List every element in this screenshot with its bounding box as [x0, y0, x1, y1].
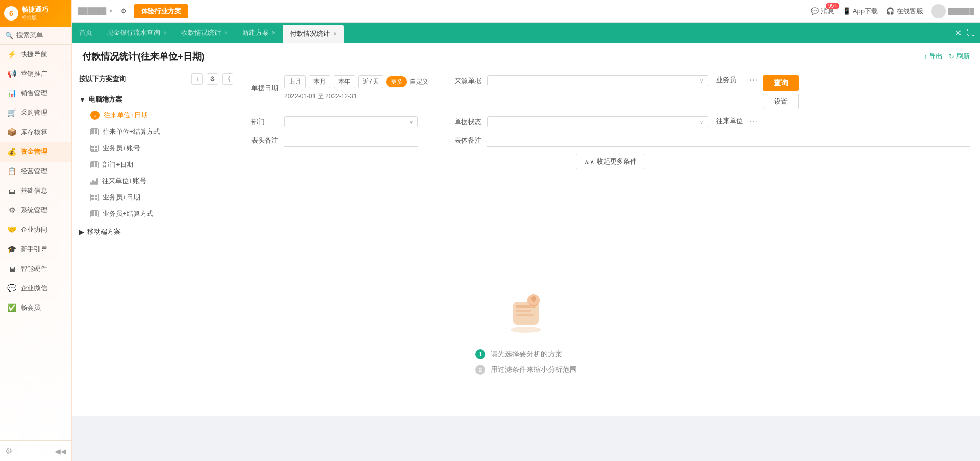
sidebar-item-hardware[interactable]: 🖥 智能硬件: [0, 259, 71, 278]
company-selector[interactable]: ██████ ▼: [78, 7, 113, 15]
online-service-label: 在线客服: [896, 7, 923, 16]
messages-badge: 99+: [826, 3, 839, 9]
scheme-query-label: 按以下方案查询: [79, 74, 187, 84]
sidebar-item-system[interactable]: ⚙ 系统管理: [0, 201, 71, 220]
filter-partner-item: 往来单位 ···: [716, 116, 970, 126]
scheme-item-partner-date[interactable]: ○ 往来单位+日期: [79, 107, 233, 124]
scheme-collapse-btn[interactable]: 《: [222, 73, 233, 85]
tab-new-scheme[interactable]: 新建方案 ×: [235, 23, 283, 43]
topbar-settings-btn[interactable]: ⚙: [116, 4, 131, 18]
tab-close-all-btn[interactable]: ✕: [955, 28, 962, 38]
query-btn[interactable]: 查询: [763, 75, 799, 91]
sidebar-item-label: 企业微信: [21, 284, 47, 293]
tab-income-close[interactable]: ×: [224, 29, 228, 36]
add-scheme-btn[interactable]: ＋: [191, 73, 203, 85]
tab-home-label: 首页: [79, 28, 92, 37]
date-7days-btn[interactable]: 近7天: [358, 75, 383, 88]
sidebar-item-enterprise[interactable]: 🤝 企业协同: [0, 220, 71, 239]
sidebar-item-operation[interactable]: 📋 经营管理: [0, 162, 71, 181]
trial-btn[interactable]: 体验行业方案: [134, 4, 188, 18]
scheme-item-label: 业务员+结算方式: [103, 209, 153, 218]
scheme-item-staff-payment[interactable]: 业务员+结算方式: [79, 206, 233, 222]
messages-btn[interactable]: 💬 消息 99+: [811, 7, 834, 16]
scheme-item-partner-payment[interactable]: 往来单位+结算方式: [79, 124, 233, 140]
sidebar-item-guide[interactable]: 🎓 新手引导: [0, 239, 71, 259]
page-content: 付款情况统计(往来单位+日期) ↑ 导出 ↻ 刷新 按: [72, 43, 980, 461]
svg-point-6: [531, 296, 536, 302]
tab-new-scheme-close[interactable]: ×: [272, 29, 276, 36]
sidebar-item-inventory[interactable]: 📦 库存核算: [0, 123, 71, 142]
app-download-btn[interactable]: 📱 App下载: [842, 7, 878, 16]
tab-expand-btn[interactable]: ⛶: [967, 28, 975, 37]
sidebar-item-sales[interactable]: 📊 销售管理: [0, 84, 71, 103]
svg-point-0: [511, 327, 541, 333]
filter-right: 单据日期 上月 本月 本年 近7天 更多 自定义 20: [241, 68, 980, 245]
collapse-label: 收起更多条件: [597, 157, 637, 166]
tab-home[interactable]: 首页: [72, 23, 100, 43]
search-menu-btn[interactable]: 🔍 搜索菜单: [0, 27, 71, 45]
filter-sidebar-header: 按以下方案查询 ＋ ⚙ 《: [72, 68, 241, 90]
date-more-btn[interactable]: 更多: [386, 76, 407, 87]
sidebar-item-wechat[interactable]: 💬 企业微信: [0, 278, 71, 298]
scheme-item-label: 往来单位+结算方式: [103, 127, 160, 136]
scheme-item-staff-account[interactable]: 业务员+账号: [79, 140, 233, 156]
export-btn[interactable]: ↑ 导出: [924, 52, 943, 61]
tab-income[interactable]: 收款情况统计 ×: [174, 23, 235, 43]
tab-bar-actions: ✕ ⛶: [950, 23, 980, 43]
sidebar-item-purchase[interactable]: 🛒 采购管理: [0, 103, 71, 123]
sidebar-item-label: 营销推广: [21, 69, 47, 78]
body-notes-input[interactable]: [487, 134, 970, 147]
top-bar-left: ██████ ▼ ⚙ 体验行业方案: [78, 4, 188, 18]
filter-dept-item: 部门 ∨: [251, 116, 446, 127]
sidebar-item-marketing[interactable]: 📢 营销推广: [0, 64, 71, 84]
tab-payment-close[interactable]: ×: [333, 30, 337, 37]
dept-select[interactable]: ∨: [284, 116, 418, 127]
sidebar-item-basic[interactable]: 🗂 基础信息: [0, 181, 71, 201]
date-this-month-btn[interactable]: 本月: [309, 75, 330, 88]
tab-bank[interactable]: 现金银行流水查询 ×: [100, 23, 174, 43]
scheme-item-dept-date[interactable]: 部门+日期: [79, 156, 233, 173]
sidebar-settings-icon[interactable]: ⚙: [5, 446, 12, 456]
partner-dots[interactable]: ···: [749, 116, 759, 126]
header-notes-input[interactable]: [284, 134, 418, 147]
online-service-btn[interactable]: 🎧 在线客服: [886, 7, 923, 16]
export-icon: ↑: [924, 53, 928, 61]
date-last-month-btn[interactable]: 上月: [284, 75, 306, 88]
tab-income-label: 收款情况统计: [181, 28, 221, 37]
refresh-btn[interactable]: ↻ 刷新: [949, 52, 970, 61]
staff-dots[interactable]: ···: [749, 75, 759, 85]
desktop-group-label: 电脑端方案: [89, 95, 122, 104]
hardware-icon: 🖥: [7, 264, 16, 273]
sidebar-nav: ⚡ 快捷导航 📢 营销推广 📊 销售管理 🛒 采购管理 📦 库存核算 💰: [0, 45, 71, 440]
quick-nav-icon: ⚡: [7, 50, 16, 59]
settings-small-btn[interactable]: 设置: [763, 94, 799, 109]
sidebar-item-quick-nav[interactable]: ⚡ 快捷导航: [0, 45, 71, 64]
app-logo: 6: [4, 6, 18, 21]
inventory-icon: 📦: [7, 128, 16, 137]
source-select[interactable]: ∨: [487, 75, 708, 86]
staff-label: 业务员: [716, 75, 745, 85]
date-this-year-btn[interactable]: 本年: [334, 75, 355, 88]
mobile-group-title[interactable]: ▶ 移动端方案: [72, 224, 241, 239]
company-selector-arrow: ▼: [108, 8, 113, 14]
user-menu-btn[interactable]: ██████: [931, 4, 974, 18]
user-avatar: [931, 4, 946, 18]
header-notes-label: 表头备注: [251, 136, 280, 145]
sidebar-item-capital[interactable]: 💰 资金管理: [0, 142, 71, 162]
scheme-table-icon: [90, 145, 99, 152]
system-icon: ⚙: [7, 206, 16, 215]
filter-staff-item: 业务员 ··· 查询 设置: [716, 75, 970, 109]
sidebar-item-member[interactable]: ✅ 畅会员: [0, 298, 71, 317]
sidebar-collapse-icon[interactable]: ◀◀: [55, 447, 66, 455]
voucher-status-select[interactable]: ∨: [487, 116, 708, 127]
tab-payment[interactable]: 付款情况统计 ×: [283, 25, 344, 43]
collapse-more-btn[interactable]: ∧∧ 收起更多条件: [576, 154, 645, 169]
scheme-item-partner-account[interactable]: 往来单位+账号: [79, 173, 233, 189]
scheme-settings-btn[interactable]: ⚙: [207, 73, 218, 85]
desktop-group-title[interactable]: ▼ 电脑端方案: [79, 92, 233, 107]
scheme-table-icon: [90, 128, 99, 135]
scheme-item-staff-date[interactable]: 业务员+日期: [79, 189, 233, 206]
filter-date-item: 单据日期 上月 本月 本年 近7天 更多 自定义 20: [251, 75, 446, 101]
voucher-status-label: 单据状态: [455, 117, 483, 127]
tab-bank-close[interactable]: ×: [163, 29, 167, 36]
